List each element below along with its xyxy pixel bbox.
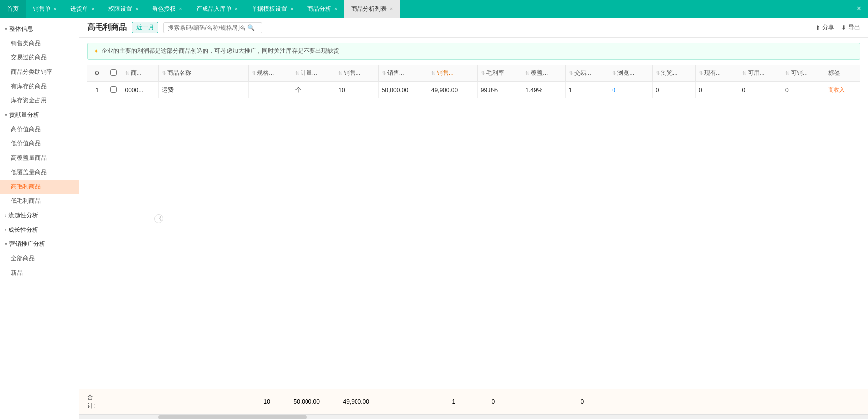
col-sellable: ⇅可销... — [782, 65, 825, 82]
cell-gross-rate: 99.8% — [477, 82, 522, 98]
row-checkbox[interactable] — [110, 86, 117, 93]
export-button[interactable]: ⬇ 导出 — [841, 23, 860, 32]
col-coverage: ⇅覆盖... — [522, 65, 565, 82]
nav-product-inbound[interactable]: 产成品入库单 × — [189, 0, 245, 18]
sidebar: ▾ 整体信息 销售类商品 交易过的商品 商品分类助销率 有库存的商品 库存资金占… — [0, 18, 79, 419]
footer-sales2: 50,000.00 — [294, 398, 343, 405]
sidebar-item-high-value[interactable]: 高价值商品 — [0, 122, 79, 137]
cell-name: 运费 — [159, 82, 249, 98]
sidebar-item-high-coverage[interactable]: 高覆盖量商品 — [0, 151, 79, 165]
col-settings[interactable]: ⚙ — [87, 65, 107, 82]
sidebar-group-overall[interactable]: ▾ 整体信息 — [0, 22, 79, 36]
col-tag: 标签 — [825, 65, 860, 82]
cell-checkbox — [107, 82, 122, 98]
cell-unit: 个 — [292, 82, 335, 98]
col-browse1: ⇅浏览... — [609, 65, 652, 82]
sidebar-item-in-stock[interactable]: 有库存的商品 — [0, 79, 79, 93]
sidebar-item-category-rate[interactable]: 商品分类助销率 — [0, 65, 79, 79]
sidebar-item-traded-goods[interactable]: 交易过的商品 — [0, 50, 79, 65]
nav-product-analysis[interactable]: 商品分析 × — [301, 0, 344, 18]
sidebar-item-high-margin[interactable]: 高毛利商品 — [0, 180, 79, 194]
cell-spec — [249, 82, 292, 98]
footer-available: 0 — [581, 398, 620, 405]
arrow-contribution: ▾ — [5, 112, 7, 118]
footer-sales3: 49,900.00 — [343, 398, 393, 405]
export-icon: ⬇ — [841, 24, 846, 31]
select-all-checkbox[interactable] — [110, 69, 117, 76]
arrow-overall: ▾ — [5, 26, 7, 32]
footer-cells: 10 50,000.00 49,900.00 1 0 0 — [110, 398, 860, 405]
arrow-trend: › — [5, 213, 6, 218]
main-layout: ▾ 整体信息 销售类商品 交易过的商品 商品分类助销率 有库存的商品 库存资金占… — [0, 18, 868, 419]
sidebar-item-low-margin[interactable]: 低毛利商品 — [0, 194, 79, 208]
page-title: 高毛利商品 — [87, 22, 127, 33]
horizontal-scrollbar[interactable] — [79, 414, 868, 419]
close-product-analysis[interactable]: × — [334, 6, 337, 12]
global-close-button[interactable]: × — [850, 0, 868, 18]
cell-sales2: 50,000.00 — [378, 82, 428, 98]
share-button[interactable]: ⬆ 分享 — [816, 23, 834, 32]
content-header: 高毛利商品 近一月 🔍 ⬆ 分享 ⬇ 导出 — [79, 18, 868, 38]
close-template-settings[interactable]: × — [290, 6, 293, 12]
footer-bar: 合计: 10 50,000.00 49,900.00 1 0 0 — [79, 389, 868, 414]
nav-sales-order[interactable]: 销售单 × — [26, 0, 63, 18]
data-table: ⚙ ⇅商... ⇅商品名称 ⇅规格... ⇅计量... ⇅销售... ⇅销售..… — [87, 65, 860, 98]
col-trade: ⇅交易... — [565, 65, 609, 82]
col-code: ⇅商... — [122, 65, 159, 82]
nav-template-settings[interactable]: 单据模板设置 × — [245, 0, 300, 18]
nav-role-auth[interactable]: 角色授权 × — [145, 0, 189, 18]
sidebar-item-all-goods[interactable]: 全部商品 — [0, 251, 79, 266]
close-purchase-order[interactable]: × — [91, 6, 94, 12]
sidebar-item-stock-capital[interactable]: 库存资金占用 — [0, 93, 79, 108]
close-role-auth[interactable]: × — [179, 6, 182, 12]
sidebar-group-growth[interactable]: › 成长性分析 — [0, 223, 79, 237]
sidebar-collapse-button[interactable]: 《 — [154, 214, 163, 223]
share-icon: ⬆ — [816, 24, 820, 31]
col-spec: ⇅规格... — [249, 65, 292, 82]
cell-index: 1 — [87, 82, 107, 98]
col-name: ⇅商品名称 — [159, 65, 249, 82]
nav-home[interactable]: 首页 — [0, 0, 26, 18]
footer-sales1: 10 — [264, 398, 294, 405]
footer-browse1: 0 — [492, 398, 521, 405]
scrollbar-thumb[interactable] — [158, 415, 307, 419]
close-sales-order[interactable]: × — [53, 6, 56, 12]
col-sales3: ⇅销售... — [428, 65, 477, 82]
cell-browse2: 0 — [652, 82, 695, 98]
cell-browse1[interactable]: 0 — [609, 82, 652, 98]
header-actions: ⬆ 分享 ⬇ 导出 — [816, 23, 860, 32]
cell-trade: 1 — [565, 82, 609, 98]
close-permission-settings[interactable]: × — [135, 6, 138, 12]
nav-product-analysis-list[interactable]: 商品分析列表 × — [344, 0, 400, 18]
col-sales1: ⇅销售... — [335, 65, 378, 82]
sidebar-item-sales-goods[interactable]: 销售类商品 — [0, 36, 79, 50]
cell-current: 0 — [696, 82, 739, 98]
cell-tag: 高收入 — [825, 82, 860, 98]
info-banner: ✦ 企业的主要的利润都是这部分商品创造的，可考虑加大推广，同时关注库存是不要出现… — [87, 43, 860, 60]
cell-sellable: 0 — [782, 82, 825, 98]
sidebar-group-contribution[interactable]: ▾ 贡献量分析 — [0, 108, 79, 122]
cell-code: 0000... — [122, 82, 159, 98]
total-label: 合计: — [87, 393, 101, 410]
nav-purchase-order[interactable]: 进货单 × — [63, 0, 101, 18]
arrow-marketing: ▾ — [5, 241, 7, 247]
arrow-growth: › — [5, 227, 6, 233]
sidebar-item-low-value[interactable]: 低价值商品 — [0, 137, 79, 151]
col-available: ⇅可用... — [739, 65, 782, 82]
close-product-analysis-list[interactable]: × — [390, 6, 393, 12]
sidebar-item-low-coverage[interactable]: 低覆盖量商品 — [0, 165, 79, 180]
tip-icon: ✦ — [94, 48, 99, 55]
col-checkbox — [107, 65, 122, 82]
search-icon[interactable]: 🔍 — [247, 24, 255, 31]
close-product-inbound[interactable]: × — [235, 6, 238, 12]
cell-sales1: 10 — [335, 82, 378, 98]
nav-permission-settings[interactable]: 权限设置 × — [102, 0, 145, 18]
search-input[interactable] — [168, 24, 247, 31]
sidebar-item-new-goods[interactable]: 新品 — [0, 266, 79, 280]
table-row: 1 0000... 运费 个 10 50,000.00 49,900.00 99… — [87, 82, 860, 98]
cell-coverage: 1.49% — [522, 82, 565, 98]
sidebar-group-marketing[interactable]: ▾ 营销推广分析 — [0, 237, 79, 251]
time-filter-button[interactable]: 近一月 — [132, 22, 158, 33]
col-gross-rate: ⇅毛利率 — [477, 65, 522, 82]
sidebar-group-trend[interactable]: › 流趋性分析 — [0, 208, 79, 223]
